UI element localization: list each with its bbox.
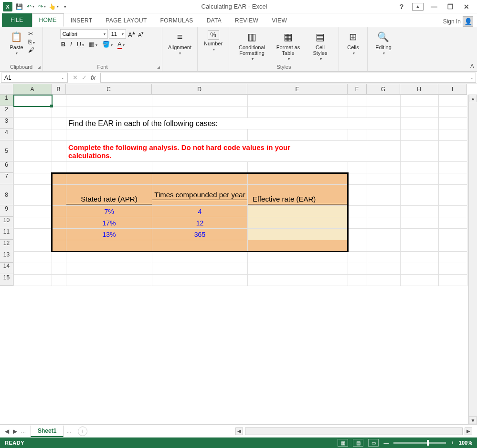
row-header-1[interactable]: 1: [0, 95, 13, 106]
cell[interactable]: [348, 173, 367, 185]
scroll-up-icon[interactable]: ▲: [469, 95, 477, 102]
cell[interactable]: [367, 162, 401, 173]
cell[interactable]: [439, 173, 467, 185]
bold-button[interactable]: B: [60, 41, 66, 48]
cell[interactable]: [367, 240, 401, 252]
cell[interactable]: [152, 173, 248, 185]
zoom-level[interactable]: 100%: [459, 440, 472, 446]
cell[interactable]: [14, 185, 52, 206]
cell-E9[interactable]: [248, 206, 348, 217]
sheet-nav-next-icon[interactable]: ▶: [13, 428, 17, 435]
row-header-2[interactable]: 2: [0, 106, 13, 117]
select-all-cell[interactable]: [0, 84, 13, 95]
qat-customize-icon[interactable]: ▾: [60, 2, 70, 11]
cell[interactable]: [439, 95, 467, 107]
cell[interactable]: [152, 275, 248, 286]
cell[interactable]: [248, 95, 348, 107]
zoom-slider[interactable]: [393, 442, 446, 444]
cell[interactable]: [401, 275, 439, 286]
cell[interactable]: [52, 206, 66, 217]
col-header-D[interactable]: D: [152, 84, 247, 95]
new-sheet-button[interactable]: +: [78, 427, 87, 436]
cell[interactable]: [52, 107, 66, 118]
undo-icon[interactable]: ↶▾: [26, 2, 35, 11]
cell[interactable]: [348, 275, 367, 286]
cell-C11[interactable]: 13%: [66, 229, 152, 240]
cell-C5[interactable]: Complete the following analysis. Do not …: [66, 141, 401, 162]
cell[interactable]: [14, 217, 52, 229]
cell[interactable]: [52, 240, 66, 252]
cell[interactable]: [439, 252, 467, 263]
cell[interactable]: [152, 162, 248, 173]
tab-view[interactable]: VIEW: [265, 14, 294, 27]
cell[interactable]: [367, 217, 401, 229]
cell[interactable]: [66, 252, 152, 263]
row-header-7[interactable]: 7: [0, 173, 13, 184]
tab-home[interactable]: HOME: [32, 13, 64, 27]
sign-in-link[interactable]: Sign In: [443, 18, 461, 25]
col-header-G[interactable]: G: [367, 84, 400, 95]
cell[interactable]: [248, 240, 348, 252]
cell[interactable]: [439, 263, 467, 275]
row-header-15[interactable]: 15: [0, 274, 13, 286]
vertical-scrollbar[interactable]: ▲ ▼: [468, 95, 477, 424]
cell[interactable]: [152, 252, 248, 263]
font-dialog-launcher[interactable]: ◢: [157, 65, 160, 70]
cells-button[interactable]: ⊞ Cells ▾: [345, 29, 362, 56]
cell[interactable]: [439, 206, 467, 217]
cell[interactable]: [401, 173, 439, 185]
ribbon-display-icon[interactable]: ▲: [412, 3, 424, 11]
tab-page-layout[interactable]: PAGE LAYOUT: [99, 14, 153, 27]
cell[interactable]: [348, 217, 367, 229]
cell[interactable]: [401, 240, 439, 252]
cell[interactable]: [401, 185, 439, 206]
editing-button[interactable]: 🔍 Editing ▾: [373, 29, 393, 56]
cell-E10[interactable]: [248, 217, 348, 229]
cell[interactable]: [52, 129, 66, 141]
cell[interactable]: [152, 240, 248, 252]
tab-insert[interactable]: INSERT: [64, 14, 99, 27]
horizontal-scrollbar[interactable]: ◀ ▶: [231, 427, 477, 435]
sheet-nav-ellipsis[interactable]: ...: [21, 428, 26, 435]
cell-C8[interactable]: Stated rate (APR): [66, 185, 152, 206]
row-header-8[interactable]: 8: [0, 184, 13, 205]
cell[interactable]: [367, 263, 401, 275]
cell[interactable]: [52, 118, 66, 129]
cell[interactable]: [367, 95, 401, 107]
cell[interactable]: [66, 107, 152, 118]
number-button[interactable]: % Number ▾: [202, 29, 224, 53]
cell[interactable]: [14, 206, 52, 217]
font-size-select[interactable]: 11▾: [109, 29, 126, 39]
cell[interactable]: [439, 141, 467, 162]
cell[interactable]: [439, 229, 467, 240]
cell[interactable]: [248, 173, 348, 185]
tab-file[interactable]: FILE: [2, 13, 32, 27]
scroll-left-icon[interactable]: ◀: [235, 427, 243, 435]
alignment-button[interactable]: ≡ Alignment ▾: [166, 29, 193, 56]
cell[interactable]: [439, 240, 467, 252]
cell[interactable]: [348, 229, 367, 240]
cell[interactable]: [401, 107, 439, 118]
row-header-9[interactable]: 9: [0, 205, 13, 217]
touch-mode-icon[interactable]: 👆▾: [49, 2, 58, 11]
cell[interactable]: [348, 185, 367, 206]
cell-C9[interactable]: 7%: [66, 206, 152, 217]
row-header-6[interactable]: 6: [0, 161, 13, 173]
cell[interactable]: [14, 240, 52, 252]
formula-input[interactable]: ⌄: [100, 73, 476, 83]
row-header-5[interactable]: 5: [0, 140, 13, 161]
save-icon[interactable]: 💾: [14, 2, 24, 11]
cell[interactable]: [439, 185, 467, 206]
cell[interactable]: [367, 275, 401, 286]
cell[interactable]: [401, 229, 439, 240]
cell[interactable]: [367, 107, 401, 118]
cell-D9[interactable]: 4: [152, 206, 248, 217]
scroll-right-icon[interactable]: ▶: [465, 427, 472, 435]
cell[interactable]: [52, 217, 66, 229]
cell[interactable]: [248, 129, 348, 141]
cell[interactable]: [248, 162, 348, 173]
col-header-C[interactable]: C: [66, 84, 152, 95]
cell[interactable]: [248, 252, 348, 263]
cell[interactable]: [152, 263, 248, 275]
cell[interactable]: [14, 229, 52, 240]
